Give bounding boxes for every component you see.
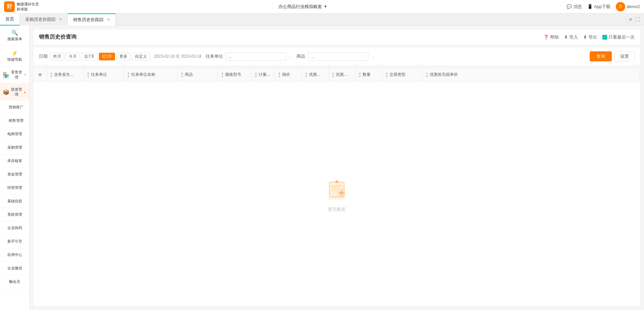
enterprise-label: 企业协同: [7, 225, 22, 230]
newbie-label: 新手引导: [7, 239, 22, 244]
th-biz-date[interactable]: ▲▼ 业务发生...: [47, 68, 84, 81]
sidebar-item-enterprise[interactable]: 企业协同: [0, 221, 29, 235]
tab-actions: ✕ ⛶: [625, 17, 644, 22]
th-pre-tax-price[interactable]: ▲▼ 优惠前无税单价: [423, 68, 640, 81]
logo-text: 畅捷通好生意 标准版: [17, 2, 39, 11]
retail-expand-icon: ▼: [23, 73, 26, 76]
sidebar-item-wholesale[interactable]: 📦 批发管理 ▲: [0, 84, 29, 101]
sidebar-item-corp-wechat[interactable]: 企业微信: [0, 262, 29, 275]
th-discount2[interactable]: ▲▼ 优惠...: [329, 68, 356, 81]
th-partner-name[interactable]: ▲▼ 往来单位名称: [124, 68, 178, 81]
date-btn-more[interactable]: 更多: [116, 53, 130, 60]
checkbox-teal-icon: [602, 35, 607, 40]
operations-label: 经营管理: [7, 185, 22, 190]
table-area: ⚙ ▲▼ 业务发生... ▲▼ 往来单位 ▲▼ 往来单位名称: [34, 68, 640, 306]
product-dots[interactable]: ···: [371, 54, 375, 59]
partner-dots[interactable]: ···: [289, 54, 292, 59]
import-icon: ⬆: [564, 35, 568, 40]
sidebar-item-sales[interactable]: 销售管理: [0, 114, 29, 127]
home-tab-label: 首页: [5, 16, 14, 22]
sidebar-item-operations[interactable]: 经营管理: [0, 181, 29, 195]
system-label: 系统管理: [7, 212, 22, 217]
query-btn[interactable]: 查询: [590, 51, 612, 61]
th-settings[interactable]: ⚙: [34, 68, 47, 81]
export-btn[interactable]: ⬇ 导出: [583, 34, 597, 40]
date-btn-yesterday[interactable]: 昨天: [50, 53, 64, 60]
tab-close-all-btn[interactable]: ✕: [629, 17, 633, 22]
th-quantity-label: 数量: [363, 72, 371, 78]
th-spec[interactable]: ▲▼ 规格型号: [218, 68, 252, 81]
sidebar-item-finance[interactable]: 资金管理: [0, 168, 29, 181]
date-btn-1month[interactable]: 近1月: [99, 53, 115, 60]
wholesale-label: 批发管理: [11, 87, 22, 97]
only-last-checkbox[interactable]: 只看最后一次: [602, 34, 635, 40]
sales-tab-close[interactable]: ✕: [107, 17, 110, 22]
sidebar-item-quick-nav[interactable]: ⚡ 快捷导航: [0, 46, 29, 66]
user-menu[interactable]: D demo2: [616, 2, 640, 11]
sort-icon-partner-code: ▲▼: [87, 71, 90, 78]
quick-nav-label: 快捷导航: [7, 57, 22, 62]
sort-icon-trade-type: ▲▼: [385, 71, 388, 78]
sort-icon-discount2: ▲▼: [331, 71, 335, 78]
download-icon: 📱: [587, 4, 593, 9]
tab-purchase-history[interactable]: 采购历史价跟踪 ✕: [20, 13, 68, 25]
settings-btn[interactable]: 设置: [614, 51, 635, 61]
th-quantity[interactable]: ▲▼ 数量: [356, 68, 382, 81]
app-dropdown-arrow[interactable]: ▼: [324, 5, 327, 8]
help-btn[interactable]: ❓ 帮助: [543, 34, 559, 40]
svg-rect-3: [331, 188, 339, 189]
sort-icon-product: ▲▼: [180, 71, 184, 78]
date-btn-today[interactable]: 今天: [66, 53, 80, 60]
th-discount1-label: 优惠...: [309, 72, 320, 78]
sort-icon-unit: ▲▼: [254, 71, 258, 78]
sidebar-item-ecommerce[interactable]: 电商管理: [0, 127, 29, 141]
logo-area[interactable]: 好 畅捷通好生意 标准版: [4, 1, 39, 12]
quick-nav-icon: ⚡: [11, 50, 18, 56]
finance-label: 资金管理: [7, 172, 22, 177]
marketing-label: 营销推广: [9, 105, 23, 110]
empty-text: 暂无数据: [328, 206, 345, 212]
th-pre-tax-price-label: 优惠前无税单价: [430, 72, 458, 78]
retail-icon: 🏪: [3, 72, 9, 78]
svg-rect-4: [331, 190, 338, 191]
basic-info-label: 基础信息: [7, 199, 22, 204]
sidebar-item-inventory[interactable]: 库存核算: [0, 154, 29, 168]
th-discount2-label: 优惠...: [336, 72, 347, 78]
product-input[interactable]: [308, 52, 368, 61]
sidebar-item-search-menu[interactable]: 🔍 搜索菜单: [0, 25, 29, 46]
th-product[interactable]: ▲▼ 商品: [178, 68, 218, 81]
sidebar-item-newbie[interactable]: 新手引导: [0, 235, 29, 248]
sidebar-item-basic-info[interactable]: 基础信息: [0, 195, 29, 208]
tab-home[interactable]: 首页: [0, 13, 20, 25]
date-range: 2023-02-18 至 2023-03-18: [154, 54, 201, 59]
sidebar-item-app-center[interactable]: 应用中心: [0, 248, 29, 262]
import-btn[interactable]: ⬆ 导入: [564, 34, 578, 40]
partner-input[interactable]: [226, 52, 286, 61]
sidebar-item-purchase[interactable]: 采购管理: [0, 141, 29, 154]
th-trade-type[interactable]: ▲▼ 交易类型: [382, 68, 423, 81]
date-label: 日期: [39, 53, 48, 59]
search-menu-icon: 🔍: [11, 30, 18, 36]
th-partner-code[interactable]: ▲▼ 往来单位: [84, 68, 124, 81]
empty-illustration: [323, 175, 350, 202]
sidebar-item-vip[interactable]: 畅会员: [0, 275, 29, 289]
tab-maximize-btn[interactable]: ⛶: [635, 17, 640, 22]
th-quote[interactable]: ▲▼ 报价: [275, 68, 302, 81]
main-layout: 🔍 搜索菜单 ⚡ 快捷导航 🏪 零售管理 ▼ 📦 批发管理 ▲ 营销推广 销售管…: [0, 25, 644, 310]
purchase-tab-close[interactable]: ✕: [59, 17, 62, 21]
date-btn-7days[interactable]: 近7天: [81, 53, 98, 60]
date-btn-custom[interactable]: 自定义: [132, 53, 150, 60]
partner-label: 往来单位: [206, 53, 223, 59]
message-btn[interactable]: 💬 消息: [567, 4, 582, 10]
sidebar-item-system[interactable]: 系统管理: [0, 208, 29, 221]
export-icon: ⬇: [583, 35, 587, 40]
tab-sales-history[interactable]: 销售历史价跟踪 ✕: [68, 13, 116, 25]
th-unit[interactable]: ▲▼ 计量...: [252, 68, 275, 81]
app-download-btn[interactable]: 📱 App下载: [587, 4, 610, 10]
sidebar-item-retail[interactable]: 🏪 零售管理 ▼: [0, 66, 29, 84]
th-discount1[interactable]: ▲▼ 优惠...: [302, 68, 329, 81]
date-buttons: 昨天 今天 近7天 近1月 更多 自定义: [50, 53, 150, 60]
page-header-actions: ❓ 帮助 ⬆ 导入 ⬇ 导出 只看最后一次: [543, 34, 635, 40]
product-filter-group: 商品 ···: [297, 52, 375, 61]
sidebar-item-marketing[interactable]: 营销推广: [0, 101, 29, 114]
